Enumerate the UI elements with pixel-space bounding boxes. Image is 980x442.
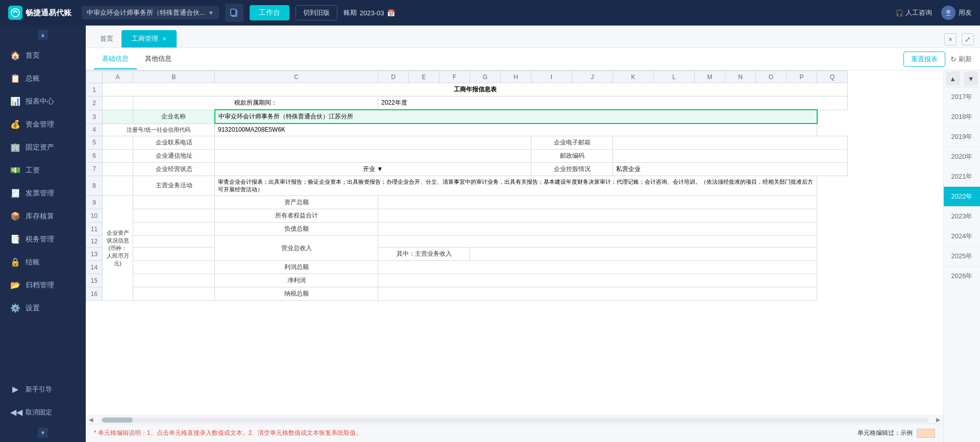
cell-13d[interactable]: 其中：主营业务收入	[378, 248, 470, 261]
sidebar-item-newguide[interactable]: ▶ 新手引导	[0, 378, 86, 401]
cell-4c[interactable]: 91320100MA208E5W6K	[215, 124, 817, 136]
sub-tab-other[interactable]: 其他信息	[137, 49, 180, 69]
cell-13g[interactable]	[470, 248, 817, 261]
workbench-button[interactable]: 工作台	[250, 5, 289, 20]
reset-report-button[interactable]: 重置报表	[903, 52, 945, 67]
cell-9d[interactable]	[378, 196, 817, 209]
cell-5l[interactable]	[613, 136, 848, 149]
sidebar-scroll-up[interactable]: ▲	[0, 26, 86, 44]
col-header-e[interactable]: E	[409, 71, 439, 83]
col-header-p[interactable]: P	[787, 71, 817, 83]
cell-7b[interactable]: 企业经营状态	[133, 162, 215, 176]
col-header-d[interactable]: D	[378, 71, 409, 83]
col-header-f[interactable]: F	[439, 71, 470, 83]
cell-4ab[interactable]: 注册号/统一社会信用代码	[103, 124, 215, 136]
year-item-2024[interactable]: 2024年	[944, 227, 980, 247]
cell-9b[interactable]	[133, 196, 215, 209]
cell-8c[interactable]: 审查企业会计报表；出具审计报告；验证企业资本；出具验资报告；办理企业合开、分立、…	[215, 176, 817, 196]
copy-icon[interactable]	[225, 4, 243, 22]
cell-15c[interactable]: 净利润	[215, 274, 378, 287]
expand-button[interactable]: ⤢	[962, 33, 974, 45]
cell-10d[interactable]	[378, 209, 817, 223]
cell-2c[interactable]: 2022年度	[378, 96, 848, 110]
year-item-2018[interactable]: 2018年	[944, 107, 980, 127]
sidebar-item-asset[interactable]: 🏢 固定资产	[0, 136, 86, 159]
cell-7j[interactable]: 企业控股情况	[531, 162, 613, 176]
cell-2a[interactable]	[103, 96, 133, 110]
year-item-2022[interactable]: 2022年	[944, 187, 980, 207]
sidebar-scroll-down[interactable]: ▼	[0, 424, 86, 442]
col-header-h[interactable]: H	[501, 71, 531, 83]
cell-3b[interactable]: 企业名称	[133, 110, 215, 124]
cell-11c[interactable]: 负债总额	[215, 223, 378, 236]
scroll-left-arrow[interactable]: ◀	[86, 416, 96, 424]
year-item-2019[interactable]: 2019年	[944, 127, 980, 147]
cell-10c[interactable]: 所有者权益合计	[215, 209, 378, 223]
cell-6j[interactable]: 邮政编码	[531, 149, 613, 162]
help-button[interactable]: 🎧 人工咨询	[895, 8, 932, 17]
sidebar-item-ledger[interactable]: 📋 总账	[0, 67, 86, 90]
cell-12d[interactable]	[378, 236, 817, 248]
cell-5c[interactable]	[215, 136, 531, 149]
cell-11d[interactable]	[378, 223, 817, 236]
scroll-track[interactable]	[100, 418, 929, 423]
sidebar-item-close[interactable]: 🔒 结账	[0, 251, 86, 274]
col-header-b[interactable]: B	[133, 71, 215, 83]
cell-15b[interactable]	[133, 274, 215, 287]
cell-7a[interactable]	[103, 162, 133, 176]
company-selector[interactable]: 中审众环会计师事务所（特殊普通合伙... ▼	[82, 6, 219, 19]
col-header-a[interactable]: A	[103, 71, 133, 83]
sidebar-item-setting[interactable]: ⚙️ 设置	[0, 297, 86, 320]
sidebar-item-home[interactable]: 🏠 首页	[0, 44, 86, 67]
cell-3a[interactable]	[103, 110, 133, 124]
sidebar-item-fund[interactable]: 💰 资金管理	[0, 113, 86, 136]
cell-5j[interactable]: 企业电子邮箱	[531, 136, 613, 149]
sidebar-item-inventory[interactable]: 📦 库存核算	[0, 205, 86, 228]
cell-8b[interactable]: 主营业务活动	[133, 176, 215, 196]
cell-title[interactable]: 工商年报信息表	[103, 83, 848, 96]
cell-3c-company-name[interactable]: 中审众环会计师事务所（特殊普通合伙）江苏分所	[215, 110, 817, 124]
cell-7c[interactable]: 开业 ▼	[215, 162, 531, 176]
sidebar-item-invoice[interactable]: 🧾 发票管理	[0, 182, 86, 205]
year-item-2023[interactable]: 2023年	[944, 207, 980, 227]
cell-6c[interactable]	[215, 149, 531, 162]
sidebar-item-unpin[interactable]: ◀◀ 取消固定	[0, 401, 86, 424]
cell-8a[interactable]	[103, 176, 133, 196]
tab-gongshang[interactable]: 工商管理 ×	[121, 30, 177, 47]
cell-12c[interactable]: 营业总收入	[215, 236, 378, 261]
cell-2b[interactable]: 税款所属期间：	[133, 96, 378, 110]
cell-6b[interactable]: 企业通信地址	[133, 149, 215, 162]
refresh-button[interactable]: ↻ 刷新	[950, 55, 972, 64]
scroll-right-arrow[interactable]: ▶	[933, 416, 943, 424]
sidebar-item-archive[interactable]: 📂 归档管理	[0, 274, 86, 297]
horizontal-scrollbar[interactable]: ◀ ▶	[86, 415, 943, 424]
cell-6l[interactable]	[613, 149, 848, 162]
year-item-2021[interactable]: 2021年	[944, 167, 980, 187]
col-header-i[interactable]: I	[531, 71, 572, 83]
year-down-arrow[interactable]: ▼	[964, 71, 978, 86]
cell-16b[interactable]	[133, 287, 215, 301]
cell-asset-group[interactable]: 企业资产状况信息(币种：人民币万元)	[103, 196, 133, 301]
switch-version-button[interactable]: 切到旧版	[296, 5, 337, 20]
year-item-2020[interactable]: 2020年	[944, 147, 980, 167]
calendar-icon[interactable]: 📅	[387, 9, 395, 17]
cell-16c[interactable]: 纳税总额	[215, 287, 378, 301]
cell-14c[interactable]: 利润总额	[215, 261, 378, 274]
year-item-2017[interactable]: 2017年	[944, 87, 980, 107]
col-header-o[interactable]: O	[756, 71, 787, 83]
col-header-c[interactable]: C	[215, 71, 378, 83]
tab-close-icon[interactable]: ×	[162, 35, 166, 43]
year-item-2026[interactable]: 2026年	[944, 266, 980, 286]
sidebar-item-tax[interactable]: 📑 税务管理	[0, 228, 86, 251]
col-header-n[interactable]: N	[725, 71, 756, 83]
col-header-j[interactable]: J	[572, 71, 613, 83]
cell-11b[interactable]	[133, 223, 215, 236]
cell-13b[interactable]	[133, 248, 215, 261]
cell-14b[interactable]	[133, 261, 215, 274]
col-header-l[interactable]: L	[654, 71, 695, 83]
cell-7l[interactable]: 私营企业	[613, 162, 848, 176]
cell-6a[interactable]	[103, 149, 133, 162]
user-menu[interactable]: 用友	[941, 6, 972, 20]
sheet-wrapper[interactable]: A B C D E F G H I J K L	[86, 70, 943, 415]
sub-tab-basic[interactable]: 基础信息	[94, 49, 137, 69]
